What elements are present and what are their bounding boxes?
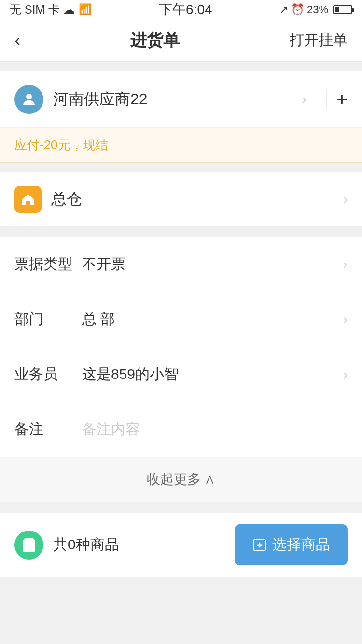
select-product-label: 选择商品 — [272, 535, 330, 555]
back-button[interactable]: ‹ — [14, 30, 20, 51]
wifi-icon: 📶 — [79, 3, 92, 16]
supplier-avatar — [14, 85, 43, 114]
section-divider-3 — [0, 226, 362, 236]
warehouse-section[interactable]: 总仓 › — [0, 172, 362, 226]
remark-label: 备注 — [14, 420, 82, 439]
supplier-name: 河南供应商22 — [53, 89, 302, 110]
status-bar: 无 SIM 卡 ☁ 📶 下午6:04 ↗ ⏰ 23% — [0, 0, 362, 19]
page-background — [0, 577, 362, 644]
invoice-type-label: 票据类型 — [14, 254, 82, 274]
section-divider-1 — [0, 62, 362, 71]
salesperson-row[interactable]: 业务员 这是859的小智 › — [0, 347, 362, 402]
invoice-type-value: 不开票 — [82, 254, 338, 274]
supplier-arrow-icon: › — [302, 92, 306, 107]
nav-bar: ‹ 进货单 打开挂单 — [0, 19, 362, 62]
remark-row[interactable]: 备注 备注内容 — [0, 402, 362, 457]
sim-label: 无 SIM 卡 ☁ — [10, 2, 75, 17]
department-row[interactable]: 部门 总 部 › — [0, 292, 362, 347]
page-title: 进货单 — [130, 29, 180, 52]
remark-value: 备注内容 — [82, 420, 348, 439]
person-icon — [20, 91, 38, 108]
location-icon: ↗ — [279, 3, 288, 16]
salesperson-label: 业务员 — [14, 364, 82, 384]
form-section: 票据类型 不开票 › 部门 总 部 › 业务员 这是859的小智 › 备注 备注… — [0, 237, 362, 457]
svg-point-0 — [26, 94, 32, 99]
battery-label: 23% — [307, 3, 328, 16]
supplier-divider — [326, 90, 327, 109]
alarm-icon: ⏰ — [291, 3, 304, 16]
warehouse-name: 总仓 — [51, 189, 343, 210]
warehouse-icon — [14, 186, 42, 213]
supplier-section[interactable]: 河南供应商22 › + — [0, 71, 362, 128]
salesperson-value: 这是859的小智 — [82, 364, 338, 384]
status-right: ↗ ⏰ 23% — [279, 3, 352, 16]
product-icon — [14, 531, 43, 560]
home-warehouse-icon — [20, 192, 36, 207]
warehouse-arrow-icon: › — [343, 192, 348, 207]
select-product-button[interactable]: 选择商品 — [235, 524, 348, 565]
invoice-type-row[interactable]: 票据类型 不开票 › — [0, 237, 362, 292]
battery-icon — [333, 5, 352, 14]
department-arrow: › — [343, 312, 348, 327]
department-value: 总 部 — [82, 309, 338, 329]
product-count-label: 共0种商品 — [53, 535, 235, 555]
status-left: 无 SIM 卡 ☁ 📶 — [10, 2, 92, 17]
notice-banner: 应付-20元，现结 — [0, 128, 362, 163]
add-supplier-button[interactable]: + — [336, 90, 348, 109]
bottom-bar: 共0种商品 选择商品 — [0, 513, 362, 577]
notice-text: 应付-20元，现结 — [14, 138, 108, 152]
salesperson-arrow: › — [343, 367, 348, 382]
cart-icon — [21, 537, 37, 553]
department-label: 部门 — [14, 309, 82, 329]
collapse-label: 收起更多 ∧ — [147, 472, 216, 487]
collapse-button[interactable]: 收起更多 ∧ — [0, 457, 362, 502]
select-product-icon — [252, 537, 267, 553]
section-divider-4 — [0, 502, 362, 512]
status-time: 下午6:04 — [159, 0, 212, 19]
section-divider-2 — [0, 163, 362, 172]
open-pending-button[interactable]: 打开挂单 — [290, 30, 348, 50]
invoice-type-arrow: › — [343, 257, 348, 272]
